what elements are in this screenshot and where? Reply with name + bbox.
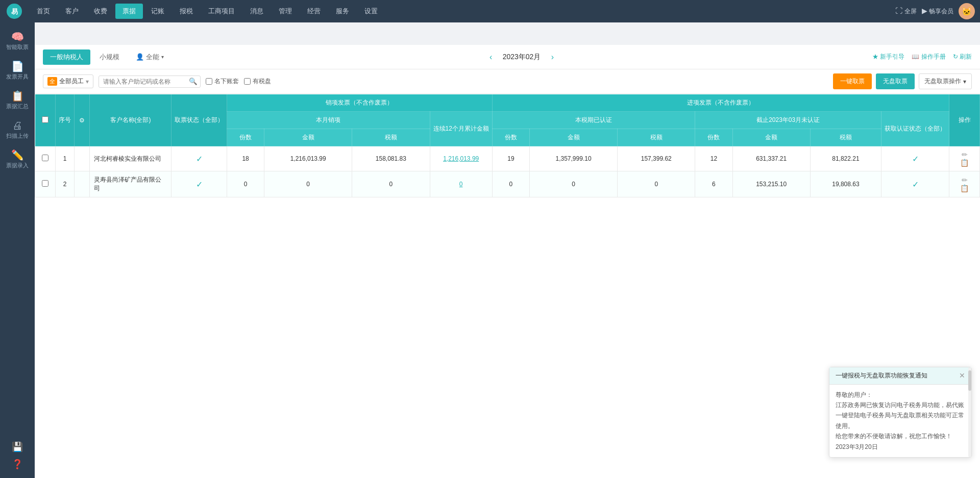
nav-business[interactable]: 工商项目 xyxy=(201,4,242,19)
sidebar-item-invoice-summary[interactable]: 📋 票据汇总 xyxy=(0,87,35,114)
row-checkbox[interactable] xyxy=(35,171,56,197)
row-edit-icon[interactable]: ✏ xyxy=(960,150,969,159)
tab-header: 一般纳税人 小规模 👤 全能 ▾ ‹ 2023年02月 › ★ 新手引导 📖 操… xyxy=(35,45,980,69)
notification-scrollthumb xyxy=(968,370,971,391)
nav-customer[interactable]: 客户 xyxy=(58,4,86,19)
row-purchase-fetch-status: ✓ xyxy=(881,146,949,171)
search-button[interactable]: 🔍 xyxy=(189,78,198,85)
nav-tax[interactable]: 报税 xyxy=(173,4,200,19)
nav-service[interactable]: 服务 xyxy=(329,4,356,19)
nav-billing[interactable]: 收费 xyxy=(87,4,114,19)
tab-all[interactable]: 👤 全能 ▾ xyxy=(129,49,171,65)
col-pur-tax-header: 税额 xyxy=(618,129,695,146)
row-detail-icon[interactable]: 📋 xyxy=(959,159,970,167)
new-guide-icon: ★ xyxy=(872,53,878,60)
nav-settings[interactable]: 设置 xyxy=(357,4,385,19)
nav-items: 首页 客户 收费 票据 记账 报税 工商项目 消息 管理 经营 服务 设置 xyxy=(30,4,895,19)
user-avatar[interactable]: 🐱 xyxy=(959,3,975,19)
notification-popup: 一键报税与无盘取票功能恢复通知 ✕ 尊敬的用户： 江苏政务网已恢复访问电子税务局… xyxy=(829,367,972,458)
invoice-summary-icon: 📋 xyxy=(11,91,24,101)
nav-manage[interactable]: 管理 xyxy=(272,4,299,19)
row-sales-tax: 158,081.83 xyxy=(352,146,430,171)
sidebar-download[interactable]: 💾 xyxy=(12,441,23,452)
sidebar-label-smart-fetch: 智能取票 xyxy=(6,43,29,51)
logo: 易 xyxy=(5,2,23,20)
row-sales-cumulative[interactable]: 0 xyxy=(430,171,492,197)
member-icon: ▶ xyxy=(922,7,927,15)
nav-bookkeeping[interactable]: 记账 xyxy=(144,4,172,19)
search-input[interactable] xyxy=(99,76,201,88)
row-checkbox[interactable] xyxy=(35,146,56,171)
sidebar-item-smart-fetch[interactable]: 🧠 智能取票 xyxy=(0,28,35,55)
row-pending-count: 6 xyxy=(695,171,732,197)
row-detail-icon[interactable]: 📋 xyxy=(959,184,970,192)
col-purchase-fetch-status-header[interactable]: 获取认证状态（全部） xyxy=(881,112,949,146)
row-customer-name: 河北柯睿棱实业有限公司 xyxy=(90,146,172,171)
col-pending-amount-header: 金额 xyxy=(732,129,810,146)
row-purchase-count: 0 xyxy=(492,171,529,197)
fullscreen-icon: ⛶ xyxy=(895,7,902,15)
table-row: 2 灵寿县尚泽矿产品有限公司 ✓ 0 0 0 0 0 0 0 6 153,215… xyxy=(35,171,980,197)
row-settings xyxy=(75,146,90,171)
notification-close-btn[interactable]: ✕ xyxy=(959,371,965,380)
employee-dropdown-icon: ▾ xyxy=(86,78,89,85)
member-btn[interactable]: ▶ 畅享会员 xyxy=(922,7,953,16)
no-disk-more-btn[interactable]: 无盘取票操作 ▾ xyxy=(919,73,972,89)
select-all-checkbox[interactable] xyxy=(42,116,48,123)
sub-account-checkbox[interactable]: 名下账套 xyxy=(206,77,239,86)
refresh-icon: ↻ xyxy=(953,53,958,60)
employee-selector[interactable]: 全 全部员工 ▾ xyxy=(43,74,93,88)
row-pending-tax: 81,822.21 xyxy=(810,146,881,171)
settings-icon[interactable]: ⚙ xyxy=(79,117,85,124)
sidebar-item-invoice-entry[interactable]: ✏️ 票据录入 xyxy=(0,146,35,173)
sidebar-help[interactable]: ❓ xyxy=(12,459,23,470)
row-edit-icon[interactable]: ✏ xyxy=(960,176,969,184)
col-sales-tax-header: 税额 xyxy=(352,129,430,146)
manual-icon: 📖 xyxy=(912,53,919,60)
row-fetch-status: ✓ xyxy=(172,171,227,197)
refresh-btn[interactable]: ↻ 刷新 xyxy=(953,53,972,61)
notification-scrollbar[interactable] xyxy=(968,367,971,457)
row-purchase-fetch-status: ✓ xyxy=(881,171,949,197)
one-key-fetch-btn[interactable]: 一键取票 xyxy=(833,73,872,89)
no-disk-fetch-btn[interactable]: 无盘取票 xyxy=(876,73,915,89)
table-row: 1 河北柯睿棱实业有限公司 ✓ 18 1,216,013.99 158,081.… xyxy=(35,146,980,171)
logo-icon: 易 xyxy=(6,3,22,19)
col-monthly-sales-header: 本月销项 xyxy=(227,112,430,129)
month-navigation: ‹ 2023年02月 › xyxy=(173,52,870,63)
sidebar: 🧠 智能取票 📄 发票开具 📋 票据汇总 🖨 扫描上传 ✏️ 票据录入 💾 ❓ xyxy=(0,22,35,478)
sub-account-check[interactable] xyxy=(206,78,212,85)
nav-message[interactable]: 消息 xyxy=(243,4,271,19)
tax-disk-checkbox[interactable]: 有税盘 xyxy=(244,77,271,86)
fullscreen-btn[interactable]: ⛶ 全屏 xyxy=(895,7,916,16)
row-sales-count: 18 xyxy=(227,146,264,171)
col-customer-header[interactable]: 客户名称(全部) xyxy=(90,94,172,146)
row-purchase-tax: 0 xyxy=(618,171,695,197)
col-settings-header: ⚙ xyxy=(75,94,90,146)
fetch-status-check-icon: ✓ xyxy=(196,180,203,189)
col-pur-count-header: 份数 xyxy=(492,129,529,146)
nav-invoice[interactable]: 票据 xyxy=(115,4,143,19)
employee-tag: 全 xyxy=(47,77,57,86)
row-actions: ✏ 📋 xyxy=(949,146,980,171)
search-wrap: 🔍 xyxy=(99,76,201,88)
col-operation-header: 操作 xyxy=(949,94,980,146)
tab-small-scale[interactable]: 小规模 xyxy=(92,49,127,65)
sidebar-item-scan-upload[interactable]: 🖨 扫描上传 xyxy=(0,116,35,144)
tab-general-taxpayer[interactable]: 一般纳税人 xyxy=(43,49,90,65)
tax-disk-check[interactable] xyxy=(244,78,251,85)
new-guide-btn[interactable]: ★ 新手引导 xyxy=(872,53,904,61)
col-no-header: 序号 xyxy=(56,94,75,146)
prev-month-btn[interactable]: ‹ xyxy=(485,52,497,63)
next-month-btn[interactable]: › xyxy=(547,52,558,63)
row-sales-amount: 1,216,013.99 xyxy=(264,146,352,171)
sidebar-item-invoice-open[interactable]: 📄 发票开具 xyxy=(0,57,35,85)
nav-operation[interactable]: 经营 xyxy=(300,4,328,19)
manual-btn[interactable]: 📖 操作手册 xyxy=(912,53,945,61)
top-nav-right: ⛶ 全屏 ▶ 畅享会员 🐱 xyxy=(895,3,975,19)
row-purchase-amount: 1,357,999.10 xyxy=(530,146,618,171)
row-sales-cumulative[interactable]: 1,216,013.99 xyxy=(430,146,492,171)
col-fetch-status-header[interactable]: 取票状态（全部） xyxy=(172,94,227,146)
nav-home[interactable]: 首页 xyxy=(30,4,57,19)
invoice-table: 序号 ⚙ 客户名称(全部) 取票状态（全部） 销项发票（不含作废票） 进项发票（… xyxy=(35,94,980,197)
